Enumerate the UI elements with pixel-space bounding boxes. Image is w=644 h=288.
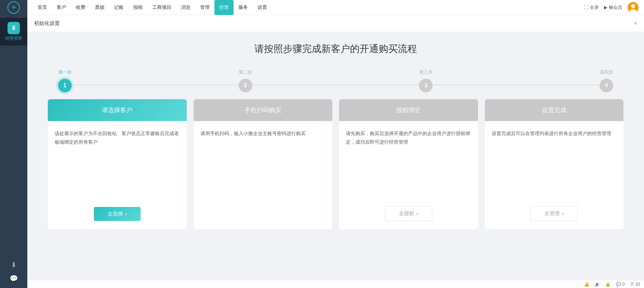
step2-label: 第二步: [239, 69, 252, 75]
card1-title: 请选择客户: [102, 107, 132, 114]
page-header: 初始化设置 ×: [27, 15, 644, 32]
card4-header: 设置完成: [485, 99, 624, 121]
card2-body-text: 请用手机扫码，输入小微企业主账号密码进行购买: [200, 131, 306, 136]
card4-action-button[interactable]: 去管理 ›: [530, 206, 578, 221]
nav-item-fee[interactable]: 收费: [71, 0, 90, 15]
card3-footer: 去授权 ›: [339, 201, 478, 229]
wizard-container: 请按照步骤完成新客户的开通购买流程 第一步 1 › 第二步 2: [27, 32, 644, 243]
sidebar: ✈ ¥ 经营管理 ⬇ 💬: [0, 0, 27, 288]
card2-title: 手机扫码购买: [244, 107, 281, 114]
user-avatar[interactable]: [628, 2, 639, 13]
nav-item-message[interactable]: 消息: [176, 0, 195, 15]
time-display: ⏱ 10: [630, 282, 640, 287]
nav-item-jingying[interactable]: 经营: [214, 0, 234, 15]
nav-item-customer[interactable]: 客户: [52, 0, 71, 15]
close-button[interactable]: ×: [633, 20, 637, 27]
vip-button[interactable]: ▶ 畅会员: [604, 4, 622, 11]
bell-icon: 🔔: [584, 282, 589, 287]
step1-circle: 1: [58, 79, 72, 92]
step3-circle: 3: [419, 79, 433, 92]
volume-icon: 🔊: [595, 282, 600, 287]
step-card-3: 授权绑定 请先购买，购买后选择开通的产品中的企业用户进行授权绑定，成功后即可进行…: [339, 99, 478, 229]
card1-btn-icon: ›: [125, 210, 127, 218]
card4-title: 设置完成: [542, 107, 566, 114]
nav-item-gongshang[interactable]: 工商项目: [148, 0, 176, 15]
nav-right-area: ⛶ 全屏 ▶ 畅会员: [584, 2, 639, 13]
card4-body-text: 设置完成后可以在管理列表进行所有企业用户的经营管理: [492, 131, 611, 136]
card1-body-text: 该处展示的客户为不在回收站、客户状态正常建账后完成老板端绑定的所有客户: [55, 131, 179, 145]
card1-btn-label: 去选择: [108, 211, 123, 217]
nav-item-service[interactable]: 服务: [234, 0, 253, 15]
card3-btn-icon: ›: [416, 210, 418, 217]
fullscreen-label: 全屏: [590, 4, 599, 11]
sidebar-item-jingying-label: 经营管理: [5, 36, 22, 41]
card3-btn-label: 去授权: [399, 210, 414, 217]
lock-icon: 🔒: [605, 282, 611, 287]
card1-action-button[interactable]: 去选择 ›: [94, 207, 141, 221]
top-navigation: 首页 客户 收费 票据 记账 报税 工商项目 消息 管理 经营 服务 设置 ⛶ …: [27, 0, 644, 15]
card1-header: 请选择客户: [48, 99, 187, 121]
sidebar-logo: ✈: [0, 0, 27, 15]
card1-body: 该处展示的客户为不在回收站、客户状态正常建账后完成老板端绑定的所有客户: [48, 121, 187, 201]
message-count: 💬 0: [616, 282, 625, 287]
nav-item-tax[interactable]: 报税: [128, 0, 148, 15]
sidebar-item-jingying[interactable]: ¥ 经营管理: [0, 18, 27, 45]
vip-icon: ▶: [604, 5, 607, 10]
step-card-4: 设置完成 设置完成后可以在管理列表进行所有企业用户的经营管理 去管理 ›: [485, 99, 624, 229]
chat-icon[interactable]: 💬: [10, 274, 18, 283]
statusbar: ▶ 完成 🔔 🔊 🔒 💬 0 ⏱ 10: [0, 280, 644, 288]
nav-item-bill[interactable]: 票据: [90, 0, 109, 15]
card3-action-button[interactable]: 去授权 ›: [385, 206, 432, 221]
wizard-heading: 请按照步骤完成新客户的开通购买流程: [48, 42, 624, 55]
card4-footer: 去管理 ›: [485, 201, 624, 229]
page-title: 初始化设置: [34, 20, 60, 27]
nav-item-settings[interactable]: 设置: [253, 0, 272, 15]
vip-label: 畅会员: [609, 4, 622, 11]
card3-body: 请先购买，购买后选择开通的产品中的企业用户进行授权绑定，成功后即可进行经营管理: [339, 121, 478, 201]
fullscreen-icon: ⛶: [584, 5, 588, 10]
card4-btn-label: 去管理: [544, 210, 560, 217]
sidebar-bottom: ⬇ 💬: [10, 261, 18, 283]
card3-header: 授权绑定: [339, 99, 478, 121]
card2-header: 手机扫码购买: [194, 99, 333, 121]
nav-item-home[interactable]: 首页: [33, 0, 52, 15]
card4-btn-icon: ›: [562, 210, 564, 217]
step4-circle: 4: [600, 79, 613, 92]
nav-item-account[interactable]: 记账: [109, 0, 128, 15]
nav-item-manage[interactable]: 管理: [195, 0, 214, 15]
card1-footer: 去选择 ›: [48, 201, 187, 229]
svg-point-3: [631, 4, 635, 8]
fullscreen-button[interactable]: ⛶ 全屏: [584, 4, 599, 11]
step-card-2: 手机扫码购买 请用手机扫码，输入小微企业主账号密码进行购买: [194, 99, 333, 229]
card3-title: 授权绑定: [396, 107, 421, 114]
step1-label: 第一步: [58, 69, 72, 75]
cards-row: 请选择客户 该处展示的客户为不在回收站、客户状态正常建账后完成老板端绑定的所有客…: [48, 99, 624, 229]
card3-body-text: 请先购买，购买后选择开通的产品中的企业用户进行授权绑定，成功后即可进行经营管理: [346, 131, 470, 145]
main-content: 初始化设置 × 请按照步骤完成新客户的开通购买流程 第一步 1 › 第二步: [27, 15, 644, 280]
svg-text:✈: ✈: [12, 4, 16, 10]
app-logo-icon: ✈: [8, 1, 20, 14]
step2-circle: 2: [239, 79, 252, 92]
statusbar-right: 🔔 🔊 🔒 💬 0 ⏱ 10: [584, 282, 640, 287]
download-icon[interactable]: ⬇: [11, 261, 17, 269]
step4-label: 第四步: [600, 69, 613, 75]
step3-label: 第三步: [419, 69, 433, 75]
card2-footer: [194, 215, 333, 229]
step-card-1: 请选择客户 该处展示的客户为不在回收站、客户状态正常建账后完成老板端绑定的所有客…: [48, 99, 187, 229]
card2-body: 请用手机扫码，输入小微企业主账号密码进行购买: [194, 121, 333, 215]
card4-body: 设置完成后可以在管理列表进行所有企业用户的经营管理: [485, 121, 624, 201]
jingying-icon: ¥: [8, 22, 20, 34]
